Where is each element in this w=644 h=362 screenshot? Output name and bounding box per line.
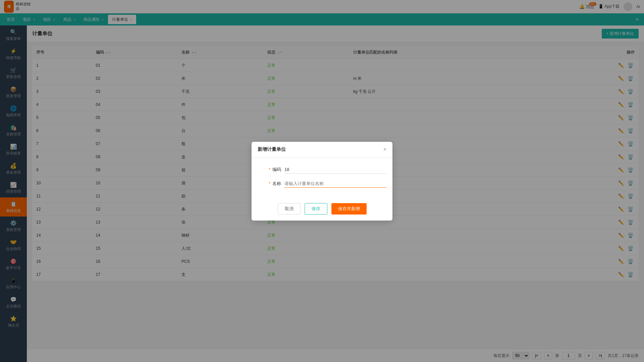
modal-body: * 编码 * 名称 (252, 158, 392, 199)
modal-footer: 取消 保存 保存并新增 (252, 199, 392, 221)
code-input[interactable] (284, 166, 386, 174)
modal-title: 新增计量单位 (258, 146, 286, 153)
cancel-button[interactable]: 取消 (278, 203, 301, 215)
form-label-code: * 编码 (258, 167, 281, 173)
form-row-name: * 名称 (258, 180, 386, 188)
save-button[interactable]: 保存 (305, 203, 327, 215)
name-input[interactable] (284, 180, 386, 188)
form-label-name: * 名称 (258, 181, 281, 187)
modal-overlay[interactable]: 新增计量单位 × * 编码 * 名称 取消 保存 保存并新增 (0, 0, 644, 362)
modal-close-button[interactable]: × (383, 147, 386, 152)
modal-add-unit: 新增计量单位 × * 编码 * 名称 取消 保存 保存并新增 (252, 142, 392, 221)
form-row-code: * 编码 (258, 166, 386, 174)
modal-header: 新增计量单位 × (252, 142, 392, 158)
save-new-button[interactable]: 保存并新增 (331, 203, 367, 215)
